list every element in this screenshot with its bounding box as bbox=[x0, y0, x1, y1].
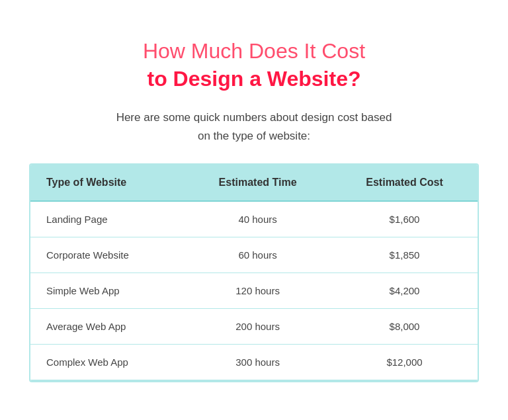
col-header-time: Estimated Time bbox=[184, 165, 331, 201]
pricing-table: Type of Website Estimated Time Estimated… bbox=[30, 165, 478, 381]
col-header-cost: Estimated Cost bbox=[331, 165, 478, 201]
main-container: How Much Does It Cost to Design a Websit… bbox=[16, 18, 492, 402]
cell-cost: $12,000 bbox=[331, 344, 478, 380]
col-header-type: Type of Website bbox=[30, 165, 184, 201]
table-header-row: Type of Website Estimated Time Estimated… bbox=[30, 165, 478, 201]
cell-time: 300 hours bbox=[184, 344, 331, 380]
cell-type: Corporate Website bbox=[30, 237, 184, 273]
title-line2: to Design a Website? bbox=[29, 65, 479, 93]
cell-type: Landing Page bbox=[30, 201, 184, 237]
cell-type: Complex Web App bbox=[30, 344, 184, 380]
title-line1: How Much Does It Cost bbox=[29, 38, 479, 65]
cell-cost: $4,200 bbox=[331, 273, 478, 308]
table-row: Landing Page40 hours$1,600 bbox=[30, 201, 478, 237]
cell-time: 120 hours bbox=[184, 273, 331, 308]
cell-cost: $1,600 bbox=[331, 201, 478, 237]
cell-type: Simple Web App bbox=[30, 273, 184, 308]
table-row: Average Web App200 hours$8,000 bbox=[30, 308, 478, 344]
cell-time: 60 hours bbox=[184, 237, 331, 273]
title-section: How Much Does It Cost to Design a Websit… bbox=[29, 38, 479, 93]
cell-time: 200 hours bbox=[184, 308, 331, 344]
table-row: Simple Web App120 hours$4,200 bbox=[30, 273, 478, 308]
cell-time: 40 hours bbox=[184, 201, 331, 237]
cell-cost: $1,850 bbox=[331, 237, 478, 273]
table-container: Type of Website Estimated Time Estimated… bbox=[29, 163, 479, 382]
cell-cost: $8,000 bbox=[331, 308, 478, 344]
table-row: Complex Web App300 hours$12,000 bbox=[30, 344, 478, 380]
cell-type: Average Web App bbox=[30, 308, 184, 344]
subtitle-text: Here are some quick numbers about design… bbox=[29, 108, 479, 144]
table-row: Corporate Website60 hours$1,850 bbox=[30, 237, 478, 273]
